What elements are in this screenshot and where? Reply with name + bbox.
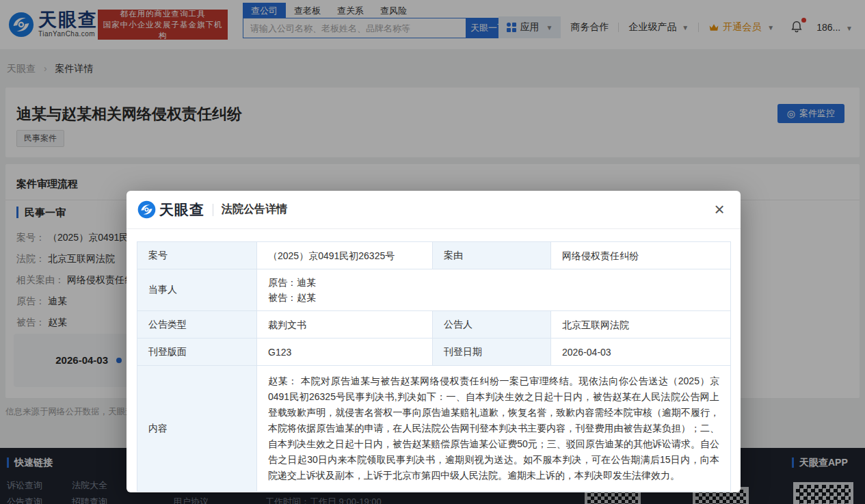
announcer-label: 公告人 [433, 311, 551, 339]
page-label: 刊登版面 [137, 339, 257, 366]
party-value: 原告：迪某 被告：赵某 [257, 269, 731, 311]
case-no-value: （2025）京0491民初26325号 [257, 242, 433, 269]
tianyancha-logo-icon [137, 200, 156, 219]
content-value: 赵某： 本院对原告迪某与被告赵某网络侵权责任纠纷一案已审理终结。现依法向你公告送… [257, 366, 731, 492]
table-row: 公告类型 裁判文书 公告人 北京互联网法院 [137, 311, 731, 339]
table-row: 当事人 原告：迪某 被告：赵某 [137, 269, 731, 311]
modal-body: 案号 （2025）京0491民初26325号 案由 网络侵权责任纠纷 当事人 原… [127, 229, 741, 492]
table-row: 内容 赵某： 本院对原告迪某与被告赵某网络侵权责任纠纷一案已审理终结。现依法向你… [137, 366, 731, 492]
cause-label: 案由 [433, 242, 551, 269]
page-value: G123 [257, 339, 433, 366]
cause-value: 网络侵权责任纠纷 [551, 242, 731, 269]
party-label: 当事人 [137, 269, 257, 311]
divider [213, 204, 213, 216]
table-row: 刊登版面 G123 刊登日期 2026-04-03 [137, 339, 731, 366]
type-value: 裁判文书 [257, 311, 433, 339]
table-row: 案号 （2025）京0491民初26325号 案由 网络侵权责任纠纷 [137, 242, 731, 269]
party-plaintiff: 原告：迪某 [268, 275, 719, 290]
content-label: 内容 [137, 366, 257, 492]
modal-title: 法院公告详情 [222, 202, 287, 217]
court-announcement-modal: 天眼查 法院公告详情 × 案号 （2025）京0491民初26325号 案由 网… [127, 191, 741, 492]
modal-header: 天眼查 法院公告详情 × [127, 191, 741, 229]
date-label: 刊登日期 [433, 339, 551, 366]
announcer-value: 北京互联网法院 [551, 311, 731, 339]
close-icon[interactable]: × [709, 199, 730, 220]
announcement-table: 案号 （2025）京0491民初26325号 案由 网络侵权责任纠纷 当事人 原… [137, 241, 731, 492]
type-label: 公告类型 [137, 311, 257, 339]
modal-brand: 天眼查 [159, 200, 204, 220]
case-no-label: 案号 [137, 242, 257, 269]
date-value: 2026-04-03 [551, 339, 731, 366]
party-defendant: 被告：赵某 [268, 290, 719, 305]
